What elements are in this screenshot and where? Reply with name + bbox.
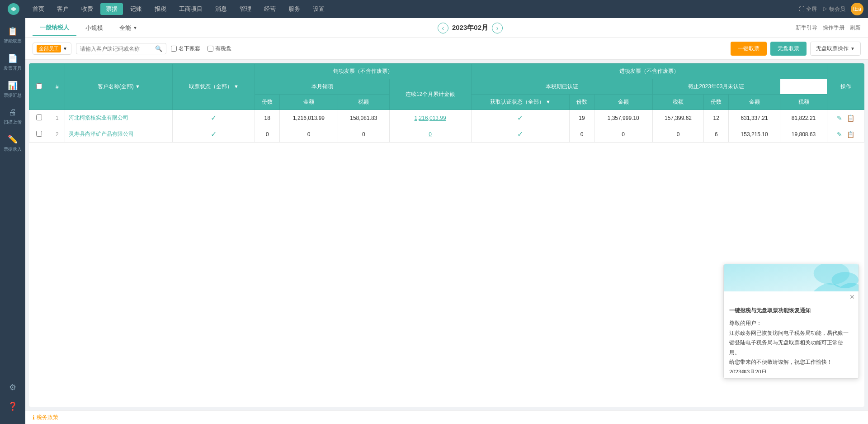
nav-business[interactable]: 工商项目 <box>174 3 208 15</box>
row-sales-tax: 158,081.83 <box>338 110 389 126</box>
notification-header: ✕ <box>724 291 859 302</box>
row-checkbox-input[interactable] <box>36 114 42 120</box>
row-consecutive12: 0 <box>389 126 471 143</box>
view-icon[interactable]: 📋 <box>847 131 854 138</box>
nav-home[interactable]: 首页 <box>27 3 50 15</box>
row-confirm-status: ✓ <box>471 126 570 143</box>
chevron-down-icon: ▼ <box>63 46 67 51</box>
main-table: # 客户名称(全部) ▼ 取票状态（全部） ▼ 销项发票（不含作废票） 进项发票… <box>29 63 864 143</box>
edit-icon[interactable]: ✎ <box>837 114 842 122</box>
sidebar-item-settings[interactable]: ⚙ <box>2 379 24 396</box>
manual-btn[interactable]: 操作手册 <box>823 24 844 32</box>
tab-bar-right: 新手引导 操作手册 刷新 <box>796 24 861 32</box>
th-unconfirmed-amount: 金额 <box>729 95 780 110</box>
vip-btn[interactable]: ▷ 畅会员 <box>822 5 845 13</box>
th-confirm-status: 获取认证状态（全部） ▼ <box>471 95 570 110</box>
sidebar-item-invoice-open[interactable]: 📄 发票开具 <box>2 50 24 75</box>
sidebar-item-invoice-entry[interactable]: ✏️ 票据录入 <box>2 131 24 156</box>
no-disc-fetch-btn[interactable]: 无盘取票 <box>770 42 807 56</box>
nav-message[interactable]: 消息 <box>210 3 232 15</box>
sidebar-item-invoice-summary[interactable]: 📊 票据汇总 <box>2 77 24 102</box>
search-icon[interactable]: 🔍 <box>155 45 162 52</box>
row-customer-name[interactable]: 灵寿县尚泽矿产品有限公司 <box>65 126 173 143</box>
row-input-tax: 157,399.62 <box>652 110 704 126</box>
checkbox-account[interactable]: 名下账套 <box>171 45 200 52</box>
row-sales-qty: 0 <box>255 126 280 143</box>
nav-items: 首页 客户 收费 票据 记账 报税 工商项目 消息 管理 经营 服务 设置 <box>27 3 799 15</box>
notification-date: 2023年3月20日 <box>729 367 853 373</box>
sidebar-item-scan-upload[interactable]: 🖨 扫描上传 <box>2 104 24 129</box>
help-icon: ❓ <box>8 401 18 411</box>
nav-fee[interactable]: 收费 <box>76 3 99 15</box>
fullscreen-btn[interactable]: ⛶ 全屏 <box>799 5 816 13</box>
employee-filter[interactable]: 全部员工 ▼ <box>33 43 71 55</box>
nav-settings[interactable]: 设置 <box>307 3 330 15</box>
search-input[interactable] <box>80 46 152 52</box>
th-fetch-status: 取票状态（全部） ▼ <box>173 64 255 110</box>
row-checkbox <box>29 126 49 143</box>
row-unconfirmed-qty: 6 <box>704 126 729 143</box>
row-actions: ✎ 📋 <box>827 110 864 126</box>
row-input-qty: 19 <box>570 110 594 126</box>
th-input-amount: 金额 <box>594 95 652 110</box>
sidebar-item-help[interactable]: ❓ <box>2 398 24 415</box>
th-actions: 操作 <box>827 64 864 110</box>
row-checkbox-input[interactable] <box>36 131 42 137</box>
notification-scroll[interactable]: 尊敬的用户： 江苏政务网已恢复访问电子税务局功能，易代账一键登陆电子税务局与无盘… <box>729 319 853 373</box>
notification-body: 一键报税与无盘取票功能恢复通知 尊敬的用户： 江苏政务网已恢复访问电子税务局功能… <box>724 302 859 378</box>
select-all-checkbox[interactable] <box>36 83 42 89</box>
nav-operation[interactable]: 经营 <box>259 3 281 15</box>
search-box: 🔍 <box>76 43 166 54</box>
tab-general-taxpayer[interactable]: 一般纳税人 <box>33 20 76 36</box>
tab-small-scale[interactable]: 小规模 <box>78 20 110 36</box>
tax-policy-link[interactable]: 税务政策 <box>37 414 58 421</box>
nav-manage[interactable]: 管理 <box>234 3 257 15</box>
sidebar-bottom: ⚙ ❓ <box>2 379 24 419</box>
nav-accounting[interactable]: 记账 <box>125 3 147 15</box>
row-customer-name[interactable]: 河北柯搭核实业有限公司 <box>65 110 173 126</box>
th-checkbox <box>29 64 49 110</box>
sidebar-item-smart-fetch[interactable]: 📋 智能取票 <box>2 23 24 48</box>
user-avatar[interactable]: tEa <box>851 3 863 15</box>
fetch-status-filter-icon[interactable]: ▼ <box>234 84 239 89</box>
period-nav: ‹ 2023年02月 › <box>438 23 503 33</box>
row-unconfirmed-amount: 631,337.21 <box>729 110 780 126</box>
checkbox-account-input[interactable] <box>171 46 177 52</box>
th-consecutive12: 连续12个月累计金额 <box>389 79 471 110</box>
chevron-down-icon: ▼ <box>133 25 137 30</box>
notification-greeting: 尊敬的用户： <box>729 319 853 329</box>
th-input-qty: 份数 <box>570 95 594 110</box>
checkbox-taxpad-input[interactable] <box>208 46 213 52</box>
row-sales-tax: 0 <box>338 126 389 143</box>
employee-tag: 全部员工 <box>37 45 61 52</box>
nav-tax[interactable]: 报税 <box>149 3 172 15</box>
nav-invoice[interactable]: 票据 <box>100 3 123 15</box>
checkbox-taxpad[interactable]: 有税盘 <box>208 45 231 52</box>
row-sales-amount: 1,216,013.99 <box>280 110 338 126</box>
no-disc-ops-btn[interactable]: 无盘取票操作 ▼ <box>810 42 861 56</box>
one-key-fetch-btn[interactable]: 一键取票 <box>731 42 767 56</box>
next-period-btn[interactable]: › <box>492 23 503 33</box>
table-row: 2 灵寿县尚泽矿产品有限公司 ✓ 0 0 0 0 ✓ 0 0 0 6 153,2… <box>29 126 864 143</box>
checkbox-group: 名下账套 有税盘 <box>171 45 231 52</box>
tab-all[interactable]: 全能 ▼ <box>112 20 145 36</box>
notification-close-btn[interactable]: ✕ <box>849 293 855 300</box>
toolbar-right: 一键取票 无盘取票 无盘取票操作 ▼ <box>731 42 861 56</box>
customer-filter-icon[interactable]: ▼ <box>135 84 140 89</box>
nav-service[interactable]: 服务 <box>283 3 306 15</box>
prev-period-btn[interactable]: ‹ <box>438 23 448 33</box>
th-until-march: 截止2023年03月未认证 <box>652 79 780 95</box>
notification-popup: ✕ 一键报税与无盘取票功能恢复通知 尊敬的用户： 江苏政务网已恢复访问电子税务局… <box>723 264 859 379</box>
period-label: 2023年02月 <box>452 24 488 32</box>
confirm-status-filter-icon[interactable]: ▼ <box>546 99 551 105</box>
view-icon[interactable]: 📋 <box>847 114 854 122</box>
table-row: 1 河北柯搭核实业有限公司 ✓ 18 1,216,013.99 158,081.… <box>29 110 864 126</box>
th-current-month: 本月销项 <box>255 79 389 95</box>
th-unconfirmed-qty: 份数 <box>704 95 729 110</box>
edit-icon[interactable]: ✎ <box>837 131 842 138</box>
refresh-btn[interactable]: 刷新 <box>850 24 861 32</box>
new-guide-btn[interactable]: 新手引导 <box>796 24 817 32</box>
nav-customer[interactable]: 客户 <box>52 3 74 15</box>
status-bar: ℹ 税务政策 <box>25 410 868 424</box>
toolbar: 全部员工 ▼ 🔍 名下账套 有税盘 一键取票 无盘取票 <box>25 38 868 60</box>
